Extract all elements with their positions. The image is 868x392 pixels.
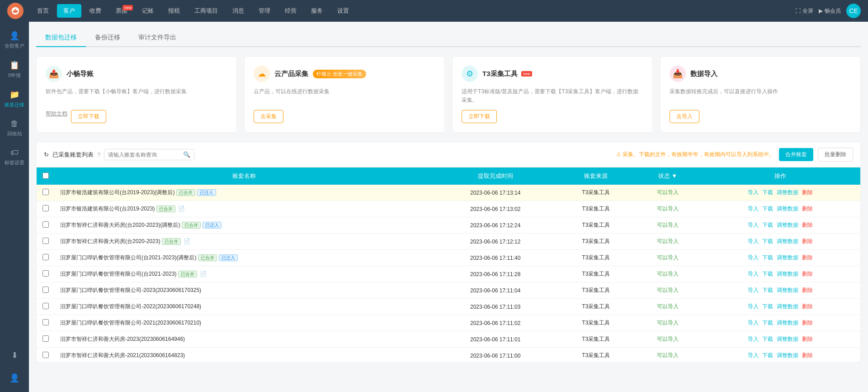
action-调整数据[interactable]: 调整数据 [777, 287, 798, 293]
nav-service[interactable]: 服务 [305, 4, 329, 18]
action-delete[interactable]: 删除 [802, 206, 813, 212]
action-导入[interactable]: 导入 [748, 336, 759, 342]
sidebar-item-zero-report[interactable]: 📋 0申报 [0, 56, 29, 83]
list-help-icon[interactable]: ? [97, 151, 100, 158]
user-avatar[interactable]: CE [846, 4, 861, 18]
action-调整数据[interactable]: 调整数据 [777, 222, 798, 228]
row-checkbox[interactable] [42, 352, 49, 358]
nav-fee[interactable]: 收费 [83, 4, 108, 18]
action-导入[interactable]: 导入 [748, 238, 759, 244]
row-checkbox[interactable] [42, 303, 49, 309]
row-checkbox[interactable] [42, 270, 49, 277]
member-button[interactable]: ▶ 畅会员 [819, 7, 841, 15]
tag-merged: 已合并 [176, 189, 195, 196]
action-调整数据[interactable]: 调整数据 [777, 303, 798, 310]
card-dataimport-header: 📥 数据导入 [670, 66, 851, 82]
row-source-cell: T3采集工具 [557, 234, 635, 250]
nav-bookkeeping[interactable]: 记账 [136, 4, 160, 18]
sidebar-item-recycle[interactable]: 🗑 回收站 [0, 115, 29, 142]
action-下载[interactable]: 下载 [762, 352, 773, 359]
refresh-icon[interactable]: ↻ [44, 151, 49, 158]
cloud-collect-button[interactable]: 去采集 [254, 110, 283, 123]
action-下载[interactable]: 下载 [762, 189, 773, 196]
t3-download-button[interactable]: 立即下载 [462, 110, 497, 123]
action-下载[interactable]: 下载 [762, 287, 773, 293]
nav-operation[interactable]: 经营 [278, 4, 303, 18]
nav-invoice[interactable]: 票据 new [109, 4, 134, 18]
sidebar-user-button[interactable]: 👤 [6, 368, 23, 387]
nav-home[interactable]: 首页 [31, 4, 55, 18]
merge-account-button[interactable]: 合并账套 [779, 148, 813, 161]
row-checkbox[interactable] [42, 335, 49, 342]
action-delete[interactable]: 删除 [802, 222, 813, 228]
action-delete[interactable]: 删除 [802, 189, 813, 196]
action-调整数据[interactable]: 调整数据 [777, 189, 798, 196]
action-下载[interactable]: 下载 [762, 254, 773, 261]
action-delete[interactable]: 删除 [802, 254, 813, 261]
row-checkbox[interactable] [42, 319, 49, 325]
row-time-cell: 2023-06-06 17:11:01 [434, 331, 557, 348]
select-all-checkbox[interactable] [42, 172, 49, 179]
nav-manage[interactable]: 管理 [252, 4, 277, 18]
action-下载[interactable]: 下载 [762, 222, 773, 228]
action-导入[interactable]: 导入 [748, 352, 759, 359]
nav-settings[interactable]: 设置 [331, 4, 355, 18]
action-调整数据[interactable]: 调整数据 [777, 254, 798, 261]
action-调整数据[interactable]: 调整数据 [777, 336, 798, 342]
action-下载[interactable]: 下载 [762, 336, 773, 342]
action-下载[interactable]: 下载 [762, 206, 773, 212]
row-checkbox[interactable] [42, 238, 49, 244]
action-下载[interactable]: 下载 [762, 320, 773, 326]
recycle-icon: 🗑 [10, 119, 19, 129]
fullscreen-button[interactable]: ⛶ 全屏 [795, 7, 813, 15]
sidebar-download-button[interactable]: ⬇ [6, 346, 23, 365]
row-checkbox[interactable] [42, 287, 49, 293]
action-调整数据[interactable]: 调整数据 [777, 238, 798, 244]
action-调整数据[interactable]: 调整数据 [777, 271, 798, 277]
col-status[interactable]: 状态 ▼ [635, 167, 701, 185]
row-checkbox[interactable] [42, 221, 49, 228]
search-icon[interactable]: 🔍 [183, 151, 190, 158]
action-导入[interactable]: 导入 [748, 320, 759, 326]
xiaochang-download-button[interactable]: 立即下载 [71, 110, 106, 123]
tag-imported: 已迁入 [219, 254, 238, 261]
action-delete[interactable]: 删除 [802, 238, 813, 244]
action-delete[interactable]: 删除 [802, 336, 813, 342]
action-调整数据[interactable]: 调整数据 [777, 320, 798, 326]
action-下载[interactable]: 下载 [762, 238, 773, 244]
action-导入[interactable]: 导入 [748, 287, 759, 293]
nav-message[interactable]: 消息 [226, 4, 250, 18]
tab-backup-migration[interactable]: 备份迁移 [86, 29, 129, 47]
action-调整数据[interactable]: 调整数据 [777, 352, 798, 359]
action-导入[interactable]: 导入 [748, 189, 759, 196]
tab-audit-export[interactable]: 审计文件导出 [129, 29, 185, 47]
nav-business[interactable]: 工商项目 [188, 4, 224, 18]
action-调整数据[interactable]: 调整数据 [777, 206, 798, 212]
row-checkbox[interactable] [42, 189, 49, 195]
action-delete[interactable]: 删除 [802, 352, 813, 359]
nav-tax[interactable]: 报税 [162, 4, 186, 18]
row-checkbox[interactable] [42, 205, 49, 211]
action-下载[interactable]: 下载 [762, 271, 773, 277]
action-delete[interactable]: 删除 [802, 320, 813, 326]
sidebar-item-all-customers[interactable]: 👤 全部客户 [0, 26, 29, 54]
nav-customer[interactable]: 客户 [57, 4, 81, 18]
action-delete[interactable]: 删除 [802, 287, 813, 293]
xiaochang-help-link[interactable]: 帮助文档 [46, 110, 67, 123]
action-下载[interactable]: 下载 [762, 303, 773, 310]
tab-data-migration[interactable]: 数据包迁移 [36, 29, 86, 47]
action-导入[interactable]: 导入 [748, 206, 759, 212]
app-logo[interactable] [7, 3, 24, 19]
action-delete[interactable]: 删除 [802, 271, 813, 277]
action-导入[interactable]: 导入 [748, 271, 759, 277]
action-导入[interactable]: 导入 [748, 254, 759, 261]
row-checkbox[interactable] [42, 254, 49, 260]
action-导入[interactable]: 导入 [748, 303, 759, 310]
sidebar-item-account-migration[interactable]: 📁 账套迁移 [0, 85, 29, 113]
action-导入[interactable]: 导入 [748, 222, 759, 228]
batch-delete-button[interactable]: 批量删除 [818, 148, 853, 162]
dataimport-go-button[interactable]: 去导入 [670, 110, 699, 123]
action-delete[interactable]: 删除 [802, 303, 813, 310]
search-input[interactable] [108, 152, 180, 158]
sidebar-item-tag-settings[interactable]: 🏷 标签设置 [0, 143, 29, 171]
